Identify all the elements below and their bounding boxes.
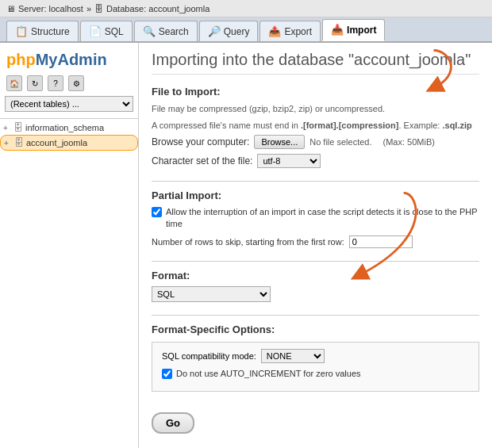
format-section: Format: SQL CSV XML [152, 270, 479, 302]
db-icon: 🗄 [94, 4, 103, 13]
compat-label: SQL compatibility mode: [162, 351, 256, 361]
rows-skip-label: Number of rows to skip, starting from th… [152, 237, 344, 247]
home-icon-btn[interactable]: 🏠 [6, 75, 22, 91]
allow-interrupt-label: Allow the interruption of an import in c… [166, 206, 479, 231]
helper-text-1: File may be compressed (gzip, bzip2, zip… [152, 102, 479, 116]
sql-icon: 📄 [89, 25, 102, 37]
logo: phpMyAdmin [0, 46, 138, 74]
divider-3 [152, 315, 479, 316]
tab-query[interactable]: 🔎 Query [199, 21, 259, 41]
format-options-box: SQL compatibility mode: NONE ANSI MYSQL4… [152, 342, 479, 392]
settings-icon-btn[interactable]: ⚙ [68, 75, 84, 91]
logo-text: phpMyAdmin [6, 51, 107, 69]
rows-skip-row: Number of rows to skip, starting from th… [152, 235, 479, 248]
sidebar-item-account-joomla[interactable]: + 🗄 account_joomla [0, 135, 138, 151]
divider-2 [152, 261, 479, 262]
sidebar-icon-group: 🏠 ↻ ? ⚙ [0, 74, 138, 96]
sidebar-db-label-account: account_joomla [26, 138, 87, 147]
breadcrumb-database: Database: account_joomla [106, 4, 209, 13]
search-icon: 🔍 [143, 25, 156, 37]
max-size-text: (Max: 50MiB) [383, 137, 435, 147]
rows-skip-input[interactable] [349, 235, 413, 248]
format-specific-heading: Format-Specific Options: [152, 324, 479, 335]
expand-icon: + [3, 124, 11, 132]
structure-icon: 📋 [15, 25, 28, 37]
tab-bar: 📋 Structure 📄 SQL 🔍 Search 🔎 Query 📤 Exp… [0, 17, 492, 43]
tab-search-label: Search [159, 26, 189, 37]
tab-query-label: Query [224, 26, 250, 37]
allow-interrupt-checkbox[interactable] [152, 207, 162, 217]
sidebar: phpMyAdmin 🏠 ↻ ? ⚙ (Recent tables) ... +… [0, 43, 139, 448]
main-layout: phpMyAdmin 🏠 ↻ ? ⚙ (Recent tables) ... +… [0, 43, 492, 448]
go-button[interactable]: Go [152, 412, 194, 434]
file-to-import-section: File to Import: File may be compressed (… [152, 86, 479, 168]
partial-import-heading: Partial Import: [152, 190, 479, 201]
charset-select[interactable]: utf-8 [257, 154, 321, 168]
charset-label: Character set of the file: [152, 155, 252, 167]
import-icon: 📥 [331, 24, 344, 36]
tab-structure-label: Structure [31, 26, 70, 37]
breadcrumb-server: Server: localhost [18, 4, 83, 13]
query-icon: 🔎 [208, 25, 221, 37]
browse-button[interactable]: Browse... [254, 135, 305, 149]
recent-tables-wrapper: (Recent tables) ... [0, 96, 138, 117]
helper-text-2: A compressed file's name must end in .[f… [152, 119, 479, 132]
tab-sql-label: SQL [105, 26, 124, 37]
browse-row: Browse your computer: Browse... No file … [152, 135, 479, 149]
refresh-icon-btn[interactable]: ↻ [27, 75, 43, 91]
format-select[interactable]: SQL CSV XML [152, 286, 271, 302]
browse-label: Browse your computer: [152, 136, 249, 147]
breadcrumb-sep1: » [86, 4, 91, 13]
db-tree-icon: 🗄 [13, 122, 23, 133]
page-title: Importing into the database "account_joo… [152, 51, 479, 75]
recent-tables-select[interactable]: (Recent tables) ... [5, 96, 133, 112]
compat-row: SQL compatibility mode: NONE ANSI MYSQL4… [162, 349, 469, 363]
partial-import-section: Partial Import: Allow the interruption o… [152, 190, 479, 248]
file-import-heading: File to Import: [152, 86, 479, 98]
expand-icon-2: + [4, 139, 12, 147]
charset-row: Character set of the file: utf-8 [152, 154, 479, 168]
export-icon: 📤 [268, 25, 281, 37]
allow-interrupt-row: Allow the interruption of an import in c… [152, 206, 479, 231]
breadcrumb-bar: 🖥 Server: localhost » 🗄 Database: accoun… [0, 0, 492, 17]
tab-import[interactable]: 📥 Import [322, 19, 385, 41]
tab-export[interactable]: 📤 Export [259, 21, 321, 41]
tab-sql[interactable]: 📄 SQL [80, 21, 133, 41]
divider-1 [152, 181, 479, 182]
format-specific-section: Format-Specific Options: SQL compatibili… [152, 324, 479, 392]
tab-import-label: Import [347, 25, 376, 36]
tab-export-label: Export [284, 26, 312, 37]
format-heading: Format: [152, 270, 479, 281]
auto-increment-label: Do not use AUTO_INCREMENT for zero value… [176, 368, 361, 380]
server-icon: 🖥 [6, 4, 15, 13]
auto-increment-row: Do not use AUTO_INCREMENT for zero value… [162, 368, 469, 380]
sidebar-divider-1 [0, 118, 138, 119]
tab-search[interactable]: 🔍 Search [134, 21, 198, 41]
no-file-text: No file selected. [309, 137, 371, 147]
help-icon-btn[interactable]: ? [48, 75, 63, 91]
sidebar-db-label-info: information_schema [25, 123, 104, 132]
tab-structure[interactable]: 📋 Structure [6, 21, 79, 41]
auto-increment-checkbox[interactable] [162, 369, 172, 379]
db-tree-icon-2: 🗄 [14, 137, 24, 148]
sidebar-item-information-schema[interactable]: + 🗄 information_schema [0, 121, 138, 135]
compat-select[interactable]: NONE ANSI MYSQL40 [261, 349, 325, 363]
content-area: Importing into the database "account_joo… [139, 43, 492, 448]
